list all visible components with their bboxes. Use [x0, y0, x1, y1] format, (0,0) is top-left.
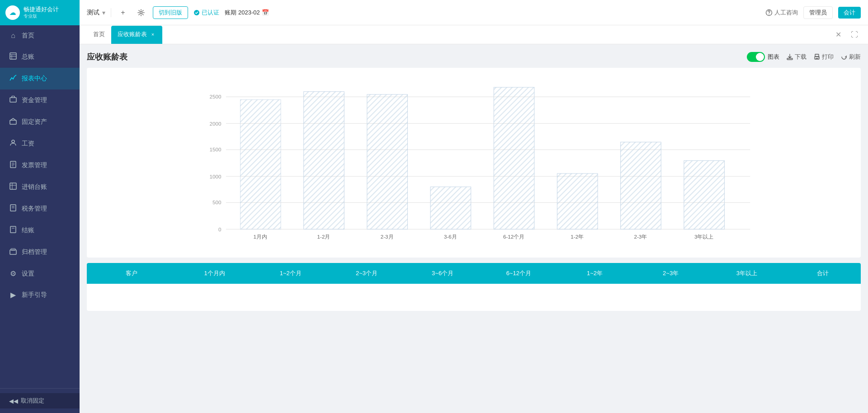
sidebar-item-guide[interactable]: ▶ 新手引导: [0, 284, 80, 305]
chart-toggle[interactable]: [747, 52, 765, 62]
consult-button[interactable]: 人工咨询: [765, 9, 798, 17]
table-col-1-2month: 1~2个月: [253, 263, 329, 284]
print-label: 打印: [822, 53, 834, 61]
svg-text:6-12个月: 6-12个月: [503, 234, 524, 239]
svg-text:2-3年: 2-3年: [634, 234, 647, 239]
app-name-block: 畅捷通好会计 专业版: [24, 6, 59, 20]
cancel-fixed-icon: ◀◀: [9, 398, 18, 404]
refresh-button[interactable]: 刷新: [841, 53, 861, 61]
svg-point-21: [140, 11, 142, 14]
svg-rect-49: [367, 94, 408, 229]
table-col-2-3month: 2~3个月: [329, 263, 405, 284]
tab-home[interactable]: 首页: [87, 26, 111, 44]
svg-rect-0: [10, 53, 16, 59]
calendar-icon[interactable]: 📅: [262, 9, 269, 16]
svg-rect-61: [621, 142, 661, 229]
svg-text:0: 0: [218, 227, 221, 232]
sidebar-item-home[interactable]: ⌂ 首页: [0, 25, 80, 46]
sidebar: ☁ 畅捷通好会计 专业版 ⌂ 首页 总账 报表中心 资金管理: [0, 0, 80, 413]
app-edition: 专业版: [24, 13, 59, 19]
tab-aging[interactable]: 应收账龄表 ×: [111, 26, 162, 44]
chart-container: 0 500 1000 1500 2000 2500 1月内 1-2月: [87, 68, 861, 258]
home-icon: ⌂: [9, 32, 17, 40]
switch-old-version-button[interactable]: 切到旧版: [153, 6, 188, 19]
svg-text:2500: 2500: [210, 94, 222, 99]
archive-icon: [9, 248, 17, 257]
sidebar-item-archive[interactable]: 归档管理: [0, 241, 80, 263]
svg-rect-4: [10, 98, 16, 102]
table-container: 客户 1个月内 1~2个月 2~3个月 3~6个月 6~12个月: [87, 263, 861, 311]
tabs-actions: ✕ ⛶: [832, 28, 861, 41]
tab-close-icon[interactable]: ×: [150, 31, 156, 38]
sidebar-label-settings: 设置: [22, 270, 34, 278]
ledger-icon: [9, 52, 17, 61]
svg-text:1-2月: 1-2月: [317, 234, 330, 239]
add-button[interactable]: +: [117, 6, 129, 19]
topbar-divider-1: [111, 8, 111, 17]
svg-text:3年以上: 3年以上: [694, 234, 713, 239]
sidebar-item-fund[interactable]: 资金管理: [0, 89, 80, 111]
chart-toggle-label: 图表: [768, 53, 779, 61]
sidebar-label-reports: 报表中心: [22, 75, 47, 83]
svg-rect-64: [684, 161, 725, 230]
table-body: [87, 284, 861, 311]
sidebar-item-inventory[interactable]: 进销台账: [0, 176, 80, 198]
expand-tab-button[interactable]: ⛶: [848, 28, 861, 41]
page-header: 应收账龄表 图表 下载 打印 刷新: [87, 52, 861, 62]
table-col-3-6month: 3~6个月: [405, 263, 481, 284]
invoice-icon: [9, 161, 17, 170]
sidebar-label-home: 首页: [22, 32, 34, 40]
svg-rect-17: [10, 226, 16, 233]
sidebar-bottom: ◀◀ 取消固定: [0, 388, 80, 413]
settings-icon: ⚙: [9, 269, 17, 278]
account-button[interactable]: 会计: [838, 7, 861, 19]
cancel-fixed-label: 取消固定: [21, 397, 44, 405]
app-logo-icon: ☁: [5, 5, 20, 20]
close-tab-button[interactable]: ✕: [832, 28, 844, 41]
cancel-fixed-button[interactable]: ◀◀ 取消固定: [0, 393, 80, 408]
sidebar-label-fund: 资金管理: [22, 96, 47, 104]
sidebar-item-tax[interactable]: 税务管理: [0, 198, 80, 220]
table-col-3plus-year: 3年以上: [709, 263, 785, 284]
settings-button[interactable]: [135, 6, 147, 19]
assets-icon: [9, 117, 17, 127]
print-button[interactable]: 打印: [814, 53, 834, 61]
sidebar-label-ledger: 总账: [22, 53, 34, 61]
project-name: 测试: [87, 9, 99, 17]
inventory-icon: [9, 183, 17, 192]
tab-aging-label: 应收账龄表: [118, 30, 147, 38]
consult-label: 人工咨询: [774, 9, 798, 17]
sidebar-item-assets[interactable]: 固定资产: [0, 111, 80, 133]
sidebar-label-guide: 新手引导: [22, 291, 47, 299]
main-area: 测试 ▾ + 切到旧版 已认证 账期 2023-02 📅 人工咨询 管理员 会计: [80, 0, 868, 413]
chart-toggle-container: 图表: [747, 52, 779, 62]
svg-text:1月内: 1月内: [254, 234, 267, 239]
svg-rect-43: [241, 100, 281, 230]
table-col-1month: 1个月内: [177, 263, 253, 284]
svg-rect-28: [816, 58, 818, 59]
manager-button[interactable]: 管理员: [803, 6, 833, 19]
page-title: 应收账龄表: [87, 52, 127, 62]
sidebar-label-archive: 归档管理: [22, 248, 47, 256]
svg-text:1500: 1500: [210, 147, 222, 152]
sidebar-label-payroll: 工资: [22, 140, 34, 148]
sidebar-item-reports[interactable]: 报表中心: [0, 68, 80, 89]
svg-rect-46: [304, 92, 344, 230]
sidebar-item-closing[interactable]: 结账: [0, 220, 80, 241]
svg-point-29: [818, 57, 819, 58]
sidebar-item-payroll[interactable]: 工资: [0, 133, 80, 155]
sidebar-item-invoice[interactable]: 发票管理: [0, 155, 80, 176]
payroll-icon: [9, 139, 17, 148]
sidebar-label-invoice: 发票管理: [22, 161, 47, 169]
table-col-1-2year: 1~2年: [557, 263, 632, 284]
sidebar-nav: ⌂ 首页 总账 报表中心 资金管理 固定资产: [0, 25, 80, 388]
download-button[interactable]: 下载: [787, 53, 807, 61]
tabs-bar: 首页 应收账龄表 × ✕ ⛶: [80, 25, 868, 44]
period-label: 账期: [225, 9, 236, 17]
svg-rect-58: [557, 174, 598, 229]
sidebar-label-tax: 税务管理: [22, 205, 47, 213]
project-selector[interactable]: 测试 ▾: [87, 9, 105, 17]
svg-text:2-3月: 2-3月: [381, 234, 394, 239]
sidebar-item-settings[interactable]: ⚙ 设置: [0, 263, 80, 284]
sidebar-item-ledger[interactable]: 总账: [0, 46, 80, 68]
